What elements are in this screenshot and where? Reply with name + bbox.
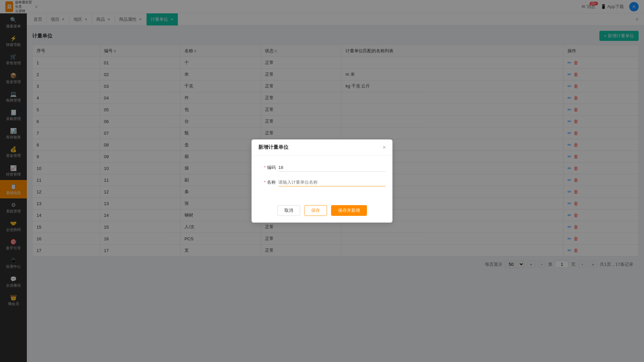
code-input[interactable] (278, 164, 386, 172)
modal-close-button[interactable]: × (383, 144, 386, 150)
name-label: * 名称 (258, 179, 278, 185)
required-mark: * (264, 165, 266, 170)
code-label: * 编码 (258, 165, 278, 171)
modal-overlay[interactable]: 新增计量单位 × * 编码 * 名称 取消 保存 保存并新增 (0, 0, 644, 362)
cancel-button[interactable]: 取消 (277, 205, 300, 216)
save-button[interactable]: 保存 (304, 205, 327, 216)
code-field-row: * 编码 (258, 164, 386, 172)
modal-footer: 取消 保存 保存并新增 (252, 201, 392, 223)
modal-header: 新增计量单位 × (252, 139, 392, 156)
required-mark: * (264, 180, 266, 185)
name-field-row: * 名称 (258, 178, 386, 186)
modal-body: * 编码 * 名称 (252, 156, 392, 201)
modal-title: 新增计量单位 (258, 144, 288, 150)
add-unit-modal: 新增计量单位 × * 编码 * 名称 取消 保存 保存并新增 (252, 139, 392, 223)
save-and-new-button[interactable]: 保存并新增 (331, 205, 367, 216)
name-input[interactable] (278, 178, 386, 186)
